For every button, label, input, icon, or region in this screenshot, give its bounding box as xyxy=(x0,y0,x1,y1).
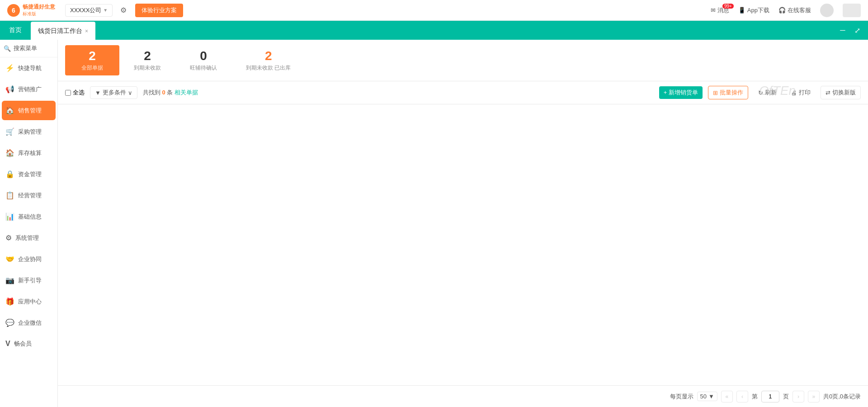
last-page-button[interactable]: » xyxy=(808,391,820,402)
sidebar-item-label: 经营管理 xyxy=(18,192,42,200)
stat-card-unshipped[interactable]: 2 到期未收款 已出库 xyxy=(231,45,305,75)
next-page-button[interactable]: › xyxy=(793,391,804,402)
filter-icon: ▼ xyxy=(95,89,101,96)
stat-label-unshipped: 到期未收款 已出库 xyxy=(246,64,291,72)
app-download-label: App下载 xyxy=(747,6,769,14)
batch-operation-button[interactable]: ⊞ 批量操作 xyxy=(708,86,748,99)
cooperation-icon: 🤝 xyxy=(5,255,14,263)
finance-icon: 🔒 xyxy=(5,170,14,178)
online-service-label: 在线客服 xyxy=(788,6,811,14)
tab-maximize-button[interactable]: ⤢ xyxy=(851,24,863,37)
messages-badge: 99+ xyxy=(722,4,734,9)
tab-bar-actions: ─ ⤢ xyxy=(836,24,868,37)
guide-icon: 📷 xyxy=(5,276,14,285)
filter-button[interactable]: ▼ 更多条件 ∨ xyxy=(90,86,137,99)
stat-label-all: 全部单据 xyxy=(81,64,103,72)
top-header: 6 畅捷通好生意 标准版 XXXXX公司 ▼ ⚙ 体验行业方案 ✉ 消息 99+… xyxy=(0,0,868,21)
tab-active-label: 钱货日清工作台 xyxy=(38,27,82,35)
sidebar-item-label: 新手引导 xyxy=(18,276,42,285)
prev-page-button[interactable]: ‹ xyxy=(736,391,748,402)
service-icon: 🎧 xyxy=(778,7,786,14)
stat-card-all[interactable]: 2 全部单据 xyxy=(65,45,119,75)
select-all-input[interactable] xyxy=(65,90,71,96)
stats-row: 2 全部单据 2 到期未收款 0 旺辅待确认 2 到期未收款 已出库 xyxy=(58,40,868,81)
sidebar-item-label: 应用中心 xyxy=(18,298,42,306)
sidebar-item-label: 采购管理 xyxy=(18,128,42,136)
tab-close-icon[interactable]: × xyxy=(85,28,88,34)
switch-icon: ⇄ xyxy=(826,89,830,96)
toolbar-left: 全选 ▼ 更多条件 ∨ 共找到 0 条 相关单据 xyxy=(65,86,198,99)
sidebar-item-label: 企业微信 xyxy=(18,319,42,327)
sidebar: 🔍 搜索菜单 ⚡ 快捷导航 📢 营销推广 🏠 销售管理 🛒 采购管理 🏠 库存核… xyxy=(0,40,58,407)
online-service-button[interactable]: 🎧 在线客服 xyxy=(778,6,811,14)
sidebar-item-finance[interactable]: 🔒 资金管理 xyxy=(2,164,56,184)
page-input[interactable] xyxy=(761,391,779,402)
sidebar-item-purchase[interactable]: 🛒 采购管理 xyxy=(2,122,56,141)
sidebar-item-operations[interactable]: 📋 经营管理 xyxy=(2,186,56,205)
download-icon: 📱 xyxy=(738,7,745,14)
tab-home[interactable]: 首页 xyxy=(0,21,31,40)
per-page-value: 50 xyxy=(700,393,707,400)
switch-version-button[interactable]: ⇄ 切换新版 xyxy=(821,86,861,99)
sidebar-item-guide[interactable]: 📷 新手引导 xyxy=(2,271,56,290)
trial-button[interactable]: 体验行业方案 xyxy=(135,4,183,17)
sidebar-item-member[interactable]: V 畅会员 xyxy=(2,334,56,353)
page-prefix-label: 第 xyxy=(752,393,758,401)
sidebar-search[interactable]: 🔍 搜索菜单 xyxy=(0,40,57,57)
sidebar-item-app-center[interactable]: 🎁 应用中心 xyxy=(2,292,56,311)
sidebar-item-system[interactable]: ⚙ 系统管理 xyxy=(2,228,56,248)
stat-label-wangdian: 旺辅待确认 xyxy=(190,64,217,72)
toolbar-right: + 新增销货单 ⊞ 批量操作 ↻ 刷新 🖨 打印 ⇄ 切换新版 xyxy=(659,86,861,99)
app-download-button[interactable]: 📱 App下载 xyxy=(738,6,769,14)
per-page-select[interactable]: 50 ▼ xyxy=(697,392,717,401)
sidebar-item-basic-info[interactable]: 📊 基础信息 xyxy=(2,207,56,226)
sidebar-item-label: 系统管理 xyxy=(15,234,39,242)
sidebar-item-marketing[interactable]: 📢 营销推广 xyxy=(2,80,56,99)
select-all-checkbox[interactable]: 全选 xyxy=(65,89,85,97)
print-button[interactable]: 🖨 打印 xyxy=(787,86,815,99)
sidebar-item-label: 畅会员 xyxy=(14,340,32,348)
stat-num-wangdian: 0 xyxy=(200,49,207,63)
sidebar-search-label: 搜索菜单 xyxy=(14,44,37,52)
select-all-label: 全选 xyxy=(73,89,85,97)
sidebar-item-label: 资金管理 xyxy=(18,170,42,178)
refresh-icon: ↻ xyxy=(758,89,763,96)
avatar[interactable] xyxy=(820,4,834,17)
logo-area: 6 畅捷通好生意 标准版 xyxy=(7,3,65,17)
sidebar-item-quick-nav[interactable]: ⚡ 快捷导航 xyxy=(2,58,56,78)
sidebar-item-label: 营销推广 xyxy=(18,85,42,94)
found-text: 共找到 0 条 相关单据 xyxy=(143,89,198,97)
sidebar-item-cooperation[interactable]: 🤝 企业协同 xyxy=(2,249,56,269)
pagination-summary: 共0页,0条记录 xyxy=(823,393,861,401)
inventory-icon: 🏠 xyxy=(5,149,14,157)
message-icon: ✉ xyxy=(711,7,716,14)
tab-minimize-button[interactable]: ─ xyxy=(836,24,849,37)
stat-card-overdue[interactable]: 2 到期未收款 xyxy=(119,45,175,75)
add-order-button[interactable]: + 新增销货单 xyxy=(659,86,703,99)
table-area xyxy=(58,104,868,385)
sidebar-item-sales[interactable]: 🏠 销售管理 xyxy=(2,101,56,120)
toolbar: 全选 ▼ 更多条件 ∨ 共找到 0 条 相关单据 + 新增销货单 ⊞ xyxy=(58,81,868,104)
company-arrow-icon: ▼ xyxy=(103,8,108,13)
settings-button[interactable]: ⚙ xyxy=(116,3,131,18)
tab-active[interactable]: 钱货日清工作台 × xyxy=(31,22,95,41)
logo-icon: 6 xyxy=(7,4,20,17)
company-selector[interactable]: XXXXX公司 ▼ xyxy=(65,4,113,17)
related-orders-link[interactable]: 相关单据 xyxy=(175,89,198,96)
sidebar-item-inventory[interactable]: 🏠 库存核算 xyxy=(2,143,56,163)
user-dropdown[interactable] xyxy=(843,4,861,17)
header-right: ✉ 消息 99+ 📱 App下载 🎧 在线客服 xyxy=(711,4,861,17)
sidebar-item-label: 库存核算 xyxy=(18,149,42,157)
company-name: XXXXX公司 xyxy=(70,6,101,14)
wechat-icon: 💬 xyxy=(5,318,14,327)
first-page-button[interactable]: « xyxy=(721,391,733,402)
sidebar-item-wechat[interactable]: 💬 企业微信 xyxy=(2,313,56,332)
batch-icon: ⊞ xyxy=(713,89,718,96)
content-area: 2 全部单据 2 到期未收款 0 旺辅待确认 2 到期未收款 已出库 全选 xyxy=(58,40,868,407)
purchase-icon: 🛒 xyxy=(5,127,14,136)
stat-num-all: 2 xyxy=(89,49,96,63)
refresh-button[interactable]: ↻ 刷新 xyxy=(754,86,781,99)
app-center-icon: 🎁 xyxy=(5,297,14,306)
stat-card-wangdian[interactable]: 0 旺辅待确认 xyxy=(175,45,231,75)
messages-button[interactable]: ✉ 消息 99+ xyxy=(711,6,729,14)
